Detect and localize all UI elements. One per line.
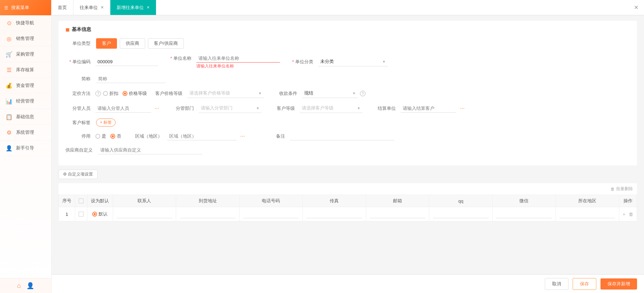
unit-category-value: 未分类 xyxy=(320,58,381,65)
unit-code-field: 单位编码 xyxy=(65,58,158,66)
row-add-btn[interactable]: + xyxy=(623,212,626,217)
sales-icon: ◎ xyxy=(6,35,13,42)
search-icon: ☰ xyxy=(4,5,8,10)
type-btn-customer[interactable]: 客户 xyxy=(96,38,117,49)
quick-nav-icon: ⊙ xyxy=(6,19,13,26)
sidebar-item-sales[interactable]: ◎ 销售管理 xyxy=(0,31,51,47)
tab-partners-close[interactable]: ✕ xyxy=(101,5,104,10)
sidebar-item-quick-nav[interactable]: ⊙ 快捷导航 xyxy=(0,15,51,31)
tabbar: 首页 往来单位 ✕ 新增往来单位 ✕ ✕ xyxy=(52,0,644,15)
section-title-icon: ◼ xyxy=(65,27,70,32)
sidebar-item-inventory[interactable]: ☰ 库存核算 xyxy=(0,62,51,78)
customer-level-placeholder: 请选择客户等级 xyxy=(302,105,355,111)
address-input[interactable] xyxy=(180,210,236,218)
tab-new-partner-label: 新增往来单位 xyxy=(117,5,144,11)
discount-label: 折扣 xyxy=(109,90,118,97)
settlement-unit-field: 结算单位 ··· xyxy=(371,104,466,113)
tab-new-partner-close[interactable]: ✕ xyxy=(147,5,150,10)
region-more-btn[interactable]: ··· xyxy=(239,133,246,139)
abbreviation-input[interactable] xyxy=(96,75,166,83)
system-icon: ⚙ xyxy=(6,129,13,136)
settlement-more-btn[interactable]: ··· xyxy=(458,105,466,112)
cancel-button[interactable]: 取消 xyxy=(545,278,568,290)
qq-input[interactable] xyxy=(433,210,489,218)
col-phone: 电话号码 xyxy=(239,195,303,207)
payment-terms-select[interactable]: 现结 ▼ xyxy=(302,89,358,98)
sidebar-item-operations[interactable]: 📊 经营管理 xyxy=(0,93,51,109)
remark-input[interactable] xyxy=(290,132,394,140)
save-new-button[interactable]: 保存并新增 xyxy=(600,278,637,290)
pricing-radio-level[interactable]: 价格等级 xyxy=(123,90,147,97)
supplier-custom-input[interactable] xyxy=(98,146,203,154)
settlement-unit-input[interactable] xyxy=(401,104,456,113)
disable-yes[interactable]: 是 xyxy=(95,133,106,139)
pricing-radio-discount[interactable]: 折扣 xyxy=(103,90,118,97)
col-region: 所在地区 xyxy=(556,195,619,207)
row-region-input[interactable] xyxy=(559,210,615,218)
row-delete-btn[interactable]: 🗑 xyxy=(629,212,633,217)
contacts-table: 序号 设为默认 联系人 到货地址 电话号码 传真 邮箱 qq 微信 所在地区 xyxy=(58,195,637,221)
sidebar-item-label: 新手引导 xyxy=(16,145,34,151)
region-input[interactable] xyxy=(167,132,237,140)
level-label: 价格等级 xyxy=(129,90,147,97)
home-bottom-icon[interactable]: ⌂ xyxy=(17,282,21,290)
code-name-category-row: 单位编码 单位名称 请输入往来单位名称 单位分类 xyxy=(65,54,630,69)
unit-name-input[interactable] xyxy=(196,54,280,63)
manager-more-btn[interactable]: ··· xyxy=(153,105,160,112)
row-ops: + 🗑 xyxy=(619,207,637,221)
sidebar-item-system[interactable]: ⚙ 系统管理 xyxy=(0,125,51,140)
phone-input[interactable] xyxy=(243,210,299,218)
row-checkbox[interactable] xyxy=(79,212,84,217)
disable-no-label: 否 xyxy=(117,133,121,139)
row-region xyxy=(556,207,619,221)
type-btn-supplier[interactable]: 供应商 xyxy=(120,38,145,49)
tabbar-close-all[interactable]: ✕ xyxy=(628,0,644,15)
sidebar-item-label: 基础信息 xyxy=(16,114,34,120)
fax-input[interactable] xyxy=(306,210,362,218)
customer-price-level-select[interactable]: 请选择客户价格等级 ▼ xyxy=(187,89,264,98)
sidebar-item-basic-info[interactable]: 📋 基础信息 xyxy=(0,109,51,125)
sidebar-item-guide[interactable]: 👤 新手引导 xyxy=(0,140,51,156)
pricing-help-icon[interactable]: ? xyxy=(95,91,101,96)
table-row: 1 默认 xyxy=(59,207,637,221)
disable-no[interactable]: 否 xyxy=(110,133,121,139)
unit-type-label: 单位类型 xyxy=(65,40,93,47)
type-btn-both[interactable]: 客户/供应商 xyxy=(148,38,184,49)
row-address xyxy=(176,207,239,221)
unit-category-select[interactable]: 未分类 ▼ xyxy=(318,57,388,66)
tab-home[interactable]: 首页 xyxy=(52,0,73,15)
col-address: 到货地址 xyxy=(176,195,239,207)
disable-yes-circle xyxy=(95,134,100,139)
add-tag-btn[interactable]: + 标签 xyxy=(96,119,116,127)
sidebar-item-label: 资金管理 xyxy=(16,82,34,89)
sidebar-item-purchase[interactable]: 🛒 采购管理 xyxy=(0,47,51,62)
tab-new-partner[interactable]: 新增往来单位 ✕ xyxy=(110,0,156,15)
tab-partners[interactable]: 往来单位 ✕ xyxy=(73,0,110,15)
unit-code-input[interactable] xyxy=(95,58,158,66)
sidebar-item-finance[interactable]: 💰 资金管理 xyxy=(0,78,51,93)
col-contact: 联系人 xyxy=(113,195,176,207)
default-radio[interactable]: 默认 xyxy=(91,211,109,217)
department-select[interactable]: 请输入分管部门 ▼ xyxy=(199,104,261,113)
sidebar-item-label: 快捷导航 xyxy=(16,20,34,26)
basic-info-icon: 📋 xyxy=(6,113,13,120)
select-all-checkbox[interactable] xyxy=(79,198,84,203)
wechat-input[interactable] xyxy=(496,210,552,218)
batch-delete-btn[interactable]: 🗑 🗑 批量删除 批量删除 xyxy=(611,186,633,192)
tab-partners-label: 往来单位 xyxy=(80,5,98,11)
save-button[interactable]: 保存 xyxy=(573,278,596,290)
user-bottom-icon[interactable]: 👤 xyxy=(26,282,34,290)
col-default: 设为默认 xyxy=(87,195,113,207)
department-field: 分管部门 请输入分管部门 ▼ xyxy=(169,104,261,113)
manager-input[interactable] xyxy=(95,104,151,113)
basic-info-card: ◼ 基本信息 单位类型 客户 供应商 客户/供应商 单位编码 xyxy=(58,21,637,165)
unit-type-row: 单位类型 客户 供应商 客户/供应商 xyxy=(65,38,630,49)
unit-category-field: 单位分类 未分类 ▼ xyxy=(288,57,388,66)
customer-level-select[interactable]: 请选择客户等级 ▼ xyxy=(300,104,362,113)
email-input[interactable] xyxy=(370,210,425,218)
search-menu[interactable]: ☰ 搜索菜单 xyxy=(0,0,51,15)
abbreviation-row: 简称 xyxy=(65,75,630,83)
contact-input[interactable] xyxy=(117,210,172,218)
payment-terms-help-icon[interactable]: ? xyxy=(360,91,366,96)
custom-settings-btn[interactable]: ⚙ 自定义项设置 xyxy=(58,170,97,179)
